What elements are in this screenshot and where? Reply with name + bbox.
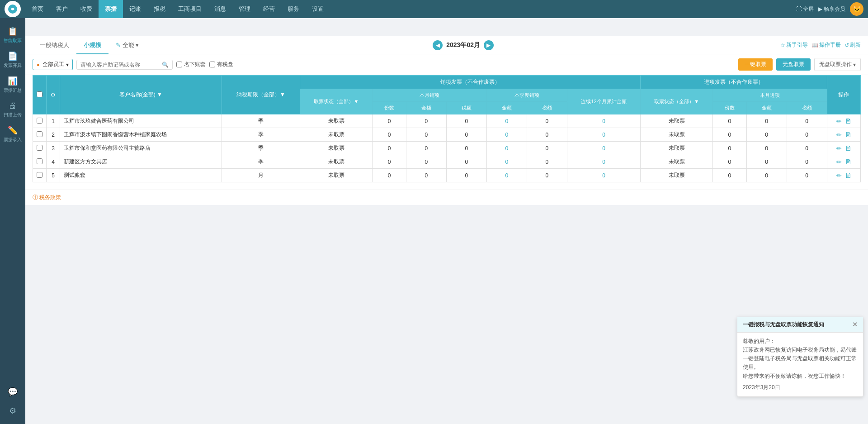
- sidebar-item-invoice-summary[interactable]: 📊 票据汇总: [0, 72, 25, 97]
- settings-icon[interactable]: ⚙: [51, 92, 56, 98]
- row-sales-fetch-status: 未取票: [300, 155, 373, 169]
- th-input-current-month: 本月进项: [713, 89, 827, 102]
- row-checkbox-2[interactable]: [37, 145, 42, 151]
- detail-action-icon[interactable]: 🖹: [845, 172, 851, 179]
- row-sales-month-copies: 0: [373, 114, 406, 128]
- row-checkbox-1[interactable]: [37, 131, 42, 137]
- row-num-cell: 2: [47, 128, 60, 142]
- edit-action-icon[interactable]: ✏: [836, 145, 842, 152]
- checkbox-has-tax-disk-input[interactable]: [209, 62, 215, 67]
- row-consecutive12: 0: [567, 114, 640, 128]
- nav-settings[interactable]: 设置: [306, 0, 330, 18]
- table-row: 2 卫辉市汲水镇下圆闹香惚营木种植家庭农场 季 未取票 0 0 0 0 0 0 …: [33, 128, 861, 142]
- row-checkbox-cell[interactable]: [33, 114, 47, 128]
- row-sales-month-copies: 0: [373, 128, 406, 142]
- new-guide-btn[interactable]: ☆ 新手引导: [780, 41, 808, 49]
- tab-general-taxpayer[interactable]: 一般纳税人: [33, 36, 76, 54]
- row-checkbox-cell[interactable]: [33, 128, 47, 142]
- vip-btn[interactable]: ▶ 畅享会员: [818, 5, 845, 13]
- nav-service[interactable]: 服务: [281, 0, 306, 18]
- detail-action-icon[interactable]: 🖹: [845, 158, 851, 166]
- th-customer-name: 客户名称(全部) ▼: [60, 76, 222, 114]
- search-icon[interactable]: 🔍: [162, 62, 169, 68]
- row-sales-quarter-tax: 0: [527, 114, 567, 128]
- sidebar-item-smart-fetch[interactable]: 📋 智能取票: [0, 23, 25, 48]
- table-container: ⚙ 客户名称(全部) ▼ 纳税期限（全部）▼ 销项发票（不合作废票） 进项发票（: [25, 75, 868, 190]
- vip-icon: ▶: [818, 6, 822, 12]
- row-input-fetch-status: 未取票: [641, 128, 713, 142]
- row-checkbox-cell[interactable]: [33, 155, 47, 169]
- sidebar-label-invoice-summary: 票据汇总: [4, 87, 22, 94]
- scan-upload-icon: 🖨: [9, 101, 17, 110]
- nav-home[interactable]: 首页: [25, 0, 50, 18]
- period-display: 2023年02月: [446, 41, 480, 49]
- one-key-fetch-button[interactable]: 一键取票: [738, 58, 773, 71]
- detail-action-icon[interactable]: 🖹: [845, 131, 851, 138]
- manual-btn[interactable]: 📖 操作手册: [811, 41, 841, 49]
- employee-select[interactable]: ● 全部员工 ▾: [33, 59, 73, 70]
- edit-action-icon[interactable]: ✏: [836, 118, 842, 125]
- nav-manage[interactable]: 管理: [232, 0, 257, 18]
- sub-tabs-row: 一般纳税人 小规模 ✎ 全能 ▾ ◀ 2023年02月 ▶ ☆ 新手引导 📖 操…: [25, 36, 868, 54]
- row-tax-period: 季: [222, 114, 300, 128]
- tax-policy-link[interactable]: ① 税务政策: [33, 194, 61, 200]
- th-sales-quarter-tax: 税额: [527, 102, 567, 114]
- row-sales-month-tax: 0: [446, 142, 486, 155]
- nav-message[interactable]: 消息: [208, 0, 232, 18]
- search-input[interactable]: [80, 62, 162, 68]
- row-sales-month-copies: 0: [373, 169, 406, 182]
- table-wrapper: ⚙ 客户名称(全部) ▼ 纳税期限（全部）▼ 销项发票（不合作废票） 进项发票（: [33, 75, 861, 182]
- smart-fetch-icon: 📋: [8, 26, 18, 36]
- nav-bookkeeping[interactable]: 记账: [123, 0, 147, 18]
- row-checkbox-cell[interactable]: [33, 169, 47, 182]
- nav-fee[interactable]: 收费: [74, 0, 99, 18]
- th-input-month-amount: 金额: [746, 102, 787, 114]
- period-next-button[interactable]: ▶: [484, 40, 494, 50]
- row-sales-month-copies: 0: [373, 155, 406, 169]
- row-customer-name: 卫辉市保和堂医药有限公司主辘路店: [60, 142, 222, 155]
- th-input-month-tax: 税额: [787, 102, 827, 114]
- sidebar-item-scan-upload[interactable]: 🖨 扫描上传: [0, 97, 25, 122]
- nav-invoice[interactable]: 票据: [99, 0, 123, 18]
- nav-business[interactable]: 工商项目: [172, 0, 208, 18]
- row-sales-quarter-amount: 0: [486, 169, 527, 182]
- main-table: ⚙ 客户名称(全部) ▼ 纳税期限（全部）▼ 销项发票（不合作废票） 进项发票（: [33, 75, 861, 182]
- edit-action-icon[interactable]: ✏: [836, 172, 842, 179]
- row-sales-fetch-status: 未取票: [300, 169, 373, 182]
- row-checkbox-cell[interactable]: [33, 142, 47, 155]
- fullscreen-btn[interactable]: ⛶ 全屏: [796, 5, 814, 13]
- row-input-month-copies: 0: [713, 142, 746, 155]
- no-disk-fetch-button[interactable]: 无盘取票: [776, 58, 811, 71]
- row-sales-quarter-amount: 0: [486, 142, 527, 155]
- row-input-fetch-status: 未取票: [641, 114, 713, 128]
- row-input-month-amount: 0: [746, 114, 787, 128]
- select-all-checkbox[interactable]: [37, 91, 42, 97]
- nav-client[interactable]: 客户: [50, 0, 74, 18]
- tab-small-scale[interactable]: 小规模: [76, 36, 108, 54]
- detail-action-icon[interactable]: 🖹: [845, 145, 851, 152]
- edit-action-icon[interactable]: ✏: [836, 131, 842, 138]
- detail-action-icon[interactable]: 🖹: [845, 118, 851, 125]
- user-avatar[interactable]: 🐱: [850, 2, 863, 16]
- edit-action-icon[interactable]: ✏: [836, 158, 842, 166]
- refresh-btn[interactable]: ↺ 刷新: [844, 41, 861, 49]
- select-chevron-icon: ▾: [66, 62, 69, 68]
- sidebar-item-invoice-issue[interactable]: 📄 发票开具: [0, 48, 25, 72]
- row-checkbox-0[interactable]: [37, 118, 42, 124]
- checkbox-has-tax-disk[interactable]: 有税盘: [209, 61, 233, 68]
- invoice-summary-icon: 📊: [8, 76, 18, 86]
- row-checkbox-4[interactable]: [37, 172, 42, 178]
- main-content: 一般纳税人 小规模 ✎ 全能 ▾ ◀ 2023年02月 ▶ ☆ 新手引导 📖 操…: [25, 36, 868, 205]
- checkbox-my-accounts[interactable]: 名下账套: [176, 61, 206, 68]
- row-sales-fetch-status: 未取票: [300, 142, 373, 155]
- checkbox-my-accounts-input[interactable]: [176, 62, 182, 67]
- row-input-month-copies: 0: [713, 169, 746, 182]
- invoice-issue-icon: 📄: [8, 51, 18, 61]
- nav-tax[interactable]: 报税: [147, 0, 172, 18]
- no-disk-operation-button[interactable]: 无盘取票操作 ▾: [814, 58, 861, 71]
- row-checkbox-3[interactable]: [37, 158, 42, 164]
- sidebar-item-invoice-entry[interactable]: ✏️ 票据录入: [0, 122, 25, 147]
- tab-all-capable[interactable]: ✎ 全能 ▾: [108, 36, 146, 54]
- period-prev-button[interactable]: ◀: [433, 40, 443, 50]
- nav-operation[interactable]: 经营: [257, 0, 281, 18]
